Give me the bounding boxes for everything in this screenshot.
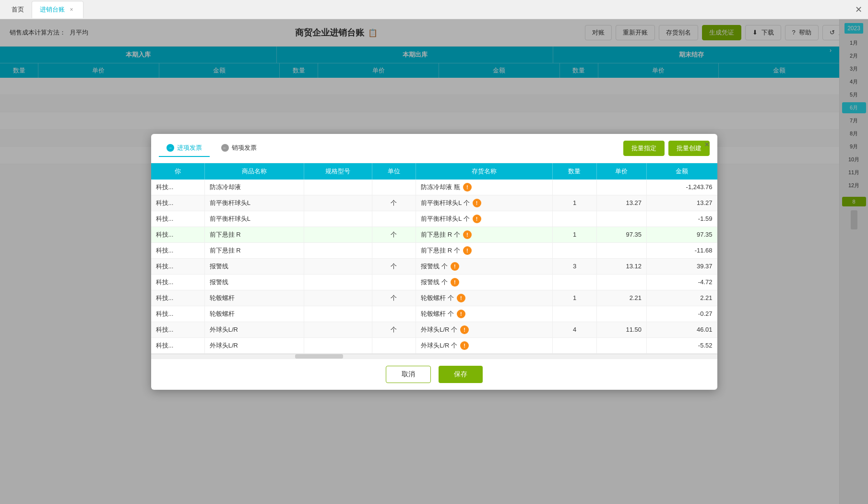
table-cell <box>304 274 372 290</box>
table-row[interactable]: 科技...前平衡杆球头L前平衡杆球头L 个!-1.59 <box>151 211 717 227</box>
table-cell <box>596 306 646 322</box>
table-cell: 报警线 <box>204 258 304 274</box>
table-row[interactable]: 科技...轮毂螺杆个轮毂螺杆 个!12.212.21 <box>151 290 717 306</box>
dialog-overlay: → 进项发票 ← 销项发票 批量指定 批量创建 × <box>0 19 868 504</box>
cancel-button[interactable]: 取消 <box>386 366 431 383</box>
th-amount: 金额 <box>647 163 717 180</box>
th-product-name: 商品名称 <box>204 163 304 180</box>
table-cell <box>553 306 597 322</box>
dialog-table[interactable]: 你 商品名称 规格型号 单位 存货名称 数量 单价 金额 科技...防冻冷却液防… <box>151 163 717 354</box>
batch-create-button[interactable]: 批量创建 <box>668 141 710 156</box>
table-cell: 前下悬挂 R <box>204 242 304 258</box>
table-row[interactable]: 科技...报警线个报警线 个!313.1239.37 <box>151 258 717 274</box>
table-cell: 轮毂螺杆 <box>204 290 304 306</box>
table-cell: 报警线 <box>204 274 304 290</box>
table-cell <box>304 211 372 227</box>
table-cell: 97.35 <box>596 227 646 242</box>
table-cell: 外球头L/R 个! <box>416 322 553 337</box>
table-cell <box>372 242 416 258</box>
table-row[interactable]: 科技...轮毂螺杆轮毂螺杆 个!-0.27 <box>151 306 717 322</box>
save-button[interactable]: 保存 <box>439 366 483 383</box>
tab-incoming-invoice[interactable]: → 进项发票 <box>159 140 210 157</box>
table-cell <box>304 306 372 322</box>
warning-icon: ! <box>473 199 481 207</box>
warning-icon: ! <box>457 310 465 318</box>
table-cell: 科技... <box>151 306 205 322</box>
table-cell: 轮毂螺杆 个! <box>416 306 553 322</box>
table-cell <box>304 227 372 242</box>
table-cell: 防冻冷却液 <box>204 180 304 195</box>
th-unit-price: 单价 <box>596 163 646 180</box>
table-cell: 个 <box>372 195 416 211</box>
table-row[interactable]: 科技...外球头L/R外球头L/R 个!-5.52 <box>151 337 717 353</box>
tab-active[interactable]: 进销台账 × <box>32 1 83 18</box>
horizontal-scrollbar[interactable] <box>151 354 717 359</box>
warning-icon: ! <box>460 325 469 334</box>
table-cell <box>372 274 416 290</box>
table-cell: 13.27 <box>647 195 717 211</box>
table-row[interactable]: 科技...报警线报警线 个!-4.72 <box>151 274 717 290</box>
table-row[interactable]: 科技...防冻冷却液防冻冷却液 瓶!-1,243.76 <box>151 180 717 195</box>
tab-active-label: 进销台账 <box>40 5 65 14</box>
main-content: 销售成本计算方法： 月平均 商贸企业进销台账 📋 对账 重新开账 存货别名 生成… <box>0 19 868 504</box>
th-quantity: 数量 <box>553 163 597 180</box>
table-cell: 前下悬挂 R 个! <box>416 227 553 242</box>
table-cell: 1 <box>553 195 597 211</box>
table-cell <box>596 180 646 195</box>
tab-home[interactable]: 首页 <box>4 1 32 18</box>
table-cell <box>304 322 372 337</box>
dialog-close-icon[interactable]: × <box>704 140 710 150</box>
table-cell <box>372 211 416 227</box>
warning-icon: ! <box>451 262 459 271</box>
table-cell <box>304 258 372 274</box>
table-cell: 前平衡杆球头L 个! <box>416 211 553 227</box>
table-cell: 科技... <box>151 322 205 337</box>
table-cell: 个 <box>372 290 416 306</box>
dialog-header-buttons: 批量指定 批量创建 <box>623 141 710 156</box>
table-cell: 11.50 <box>596 322 646 337</box>
table-cell: 前下悬挂 R <box>204 227 304 242</box>
table-cell: 1 <box>553 290 597 306</box>
table-cell <box>596 274 646 290</box>
table-row[interactable]: 科技...外球头L/R个外球头L/R 个!411.5046.01 <box>151 322 717 337</box>
tab-outgoing-invoice[interactable]: ← 销项发票 <box>214 140 264 157</box>
table-cell: 科技... <box>151 242 205 258</box>
table-cell: 1 <box>553 227 597 242</box>
table-row[interactable]: 科技...前平衡杆球头L个前平衡杆球头L 个!113.2713.27 <box>151 195 717 211</box>
dialog-header: → 进项发票 ← 销项发票 批量指定 批量创建 × <box>151 134 717 163</box>
table-cell: 个 <box>372 227 416 242</box>
table-cell <box>304 290 372 306</box>
table-cell <box>372 337 416 353</box>
table-cell: 轮毂螺杆 个! <box>416 290 553 306</box>
batch-assign-button[interactable]: 批量指定 <box>623 141 665 156</box>
table-cell: 科技... <box>151 211 205 227</box>
table-cell <box>596 337 646 353</box>
table-cell <box>553 242 597 258</box>
warning-icon: ! <box>463 246 472 255</box>
tab-close-icon[interactable]: × <box>68 6 75 13</box>
table-cell: -4.72 <box>647 274 717 290</box>
window-close-icon[interactable]: ✕ <box>855 4 862 15</box>
th-inventory-name: 存货名称 <box>416 163 553 180</box>
table-cell <box>553 211 597 227</box>
tab-bar: 首页 进销台账 × ✕ <box>0 0 868 19</box>
table-row[interactable]: 科技...前下悬挂 R前下悬挂 R 个!-11.68 <box>151 242 717 258</box>
table-cell: 2.21 <box>647 290 717 306</box>
table-cell: 报警线 个! <box>416 274 553 290</box>
table-cell: 科技... <box>151 195 205 211</box>
table-cell: 46.01 <box>647 322 717 337</box>
warning-icon: ! <box>460 341 469 350</box>
warning-icon: ! <box>457 294 465 302</box>
table-cell <box>596 242 646 258</box>
table-cell: 科技... <box>151 258 205 274</box>
scrollbar-thumb[interactable] <box>295 354 343 359</box>
table-cell <box>553 274 597 290</box>
outgoing-invoice-icon: ← <box>221 144 229 152</box>
table-cell: 轮毂螺杆 <box>204 306 304 322</box>
table-cell: 13.12 <box>596 258 646 274</box>
th-supplier: 你 <box>151 163 205 180</box>
table-cell: 外球头L/R <box>204 337 304 353</box>
table-cell: -5.52 <box>647 337 717 353</box>
table-row[interactable]: 科技...前下悬挂 R个前下悬挂 R 个!197.3597.35 <box>151 227 717 242</box>
table-cell: -1,243.76 <box>647 180 717 195</box>
